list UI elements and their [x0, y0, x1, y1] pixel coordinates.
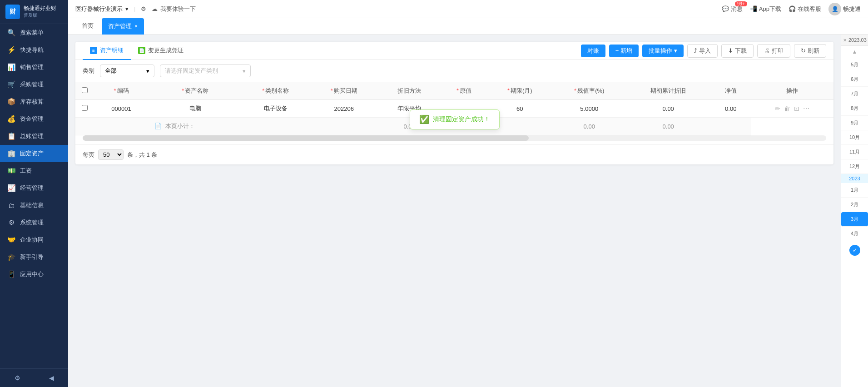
sidebar-item-label: 固定资产 [20, 149, 44, 158]
category-detail-select[interactable]: 请选择固定资产类别 ▾ [160, 64, 251, 77]
experience-btn[interactable]: ☁ 我要体验一下 [152, 5, 196, 13]
messages-icon: 💬 [722, 5, 729, 12]
new-button[interactable]: + 新增 [609, 45, 639, 57]
sidebar-item-basic-info[interactable]: 🗂 基础信息 [0, 197, 68, 214]
sidebar-header: 财 畅捷通好业财 普及版 [0, 0, 68, 24]
main-area: 医疗器械行业演示 ▾ | ⚙ ☁ 我要体验一下 💬 消息 99+ 📲 App下载… [68, 0, 868, 387]
subtotal-initial: 0.00 [552, 118, 626, 135]
calendar-month-12[interactable]: 12月 [841, 159, 868, 174]
category-type-select[interactable]: 全部 ▾ [100, 64, 154, 77]
sidebar-item-guide[interactable]: 🎓 新手引导 [0, 248, 68, 266]
sidebar-item-quick-nav[interactable]: ⚡ 快捷导航 [0, 41, 68, 59]
reconcile-button[interactable]: 对账 [581, 45, 605, 57]
sidebar-item-fixed-assets[interactable]: 🏢 固定资产 [0, 145, 68, 162]
calendar-month-10[interactable]: 10月 [841, 130, 868, 145]
sidebar-item-system[interactable]: ⚙ 系统管理 [0, 214, 68, 231]
tab-close-btn[interactable]: × [134, 23, 138, 30]
sidebar-item-sales[interactable]: 📊 销售管理 [0, 59, 68, 76]
guide-icon: 🎓 [7, 253, 15, 261]
sidebar-item-label: 总账管理 [20, 132, 44, 140]
select-all-header[interactable] [75, 82, 94, 100]
toast-check-icon: ✅ [419, 114, 429, 124]
calendar-month-3-active[interactable]: 3月 [841, 212, 868, 227]
tab-home[interactable]: 首页 [75, 18, 100, 35]
avatar: 👤 [828, 3, 841, 15]
settings-icon-btn[interactable]: ⚙ [141, 5, 146, 12]
sub-tab-voucher[interactable]: 📄 变更生成凭证 [131, 42, 191, 60]
calendar-nav-up[interactable]: ▲ [850, 46, 859, 58]
row-net-value: 0.00 [710, 100, 751, 118]
sidebar-item-inventory[interactable]: 📦 库存核算 [0, 93, 68, 110]
sidebar-item-label: 库存核算 [20, 98, 44, 106]
select-all-checkbox[interactable] [82, 87, 88, 93]
sidebar-item-finance[interactable]: 💰 资金管理 [0, 110, 68, 128]
sidebar-item-payroll[interactable]: 💵 工资 [0, 162, 68, 179]
calendar-close-icon[interactable]: ✕ [843, 38, 847, 43]
calendar-month-9[interactable]: 9月 [841, 116, 868, 130]
print-button[interactable]: 🖨 打印 [757, 44, 790, 58]
user-menu[interactable]: 👤 畅捷通 [828, 3, 861, 15]
col-code: *编码 [94, 82, 149, 100]
assets-table-wrap: ✅ 清理固定资产成功！ *编码 *资产名称 *类别名称 [75, 82, 833, 135]
ops-icon: 📈 [7, 184, 15, 192]
gear-icon: ⚙ [141, 5, 146, 12]
messages-btn[interactable]: 💬 消息 99+ [722, 5, 743, 13]
online-service-btn[interactable]: 🎧 在线客服 [789, 5, 821, 13]
app-download-btn[interactable]: 📲 App下载 [750, 5, 781, 13]
main-card: ≡ 资产明细 📄 变更生成凭证 对账 + 新增 [75, 42, 833, 164]
edit-icon[interactable]: ✏ [775, 105, 780, 112]
calendar-month-5[interactable]: 5月 [841, 58, 868, 72]
sub-tab-detail[interactable]: ≡ 资产明细 [83, 42, 131, 60]
row-actions: ✏ 🗑 ⊡ ⋯ [751, 100, 833, 118]
calendar-month-4[interactable]: 4月 [841, 227, 868, 241]
col-net-value: 净值 [710, 82, 751, 100]
sidebar-item-label: 搜索菜单 [20, 29, 44, 37]
copy-icon[interactable]: ⊡ [794, 105, 799, 112]
company-selector[interactable]: 医疗器械行业演示 ▾ [75, 5, 129, 13]
refresh-button[interactable]: ↻ 刷新 [794, 44, 826, 58]
page-size-select[interactable]: 50 100 200 [98, 149, 124, 160]
calendar-month-7[interactable]: 7月 [841, 87, 868, 101]
sidebar-item-ledger[interactable]: 📋 总账管理 [0, 128, 68, 145]
toast-message: 清理固定资产成功！ [433, 115, 490, 124]
import-button[interactable]: ⤴ 导入 [687, 44, 718, 58]
calendar-confirm-btn[interactable]: ✓ [849, 245, 860, 256]
sidebar-item-search[interactable]: 🔍 搜索菜单 [0, 24, 68, 41]
sidebar-item-ops[interactable]: 📈 经营管理 [0, 179, 68, 197]
service-icon: 🎧 [789, 5, 796, 12]
batch-button[interactable]: 批量操作 ▾ [642, 45, 684, 57]
sidebar-logo-text: 畅捷通好业财 普及版 [24, 5, 56, 19]
download-button[interactable]: ⬇ 下载 [721, 44, 754, 58]
logo-icon: 财 [5, 5, 20, 19]
sidebar-item-label: 资金管理 [20, 115, 44, 123]
collapse-bottom-btn[interactable]: ◀ [45, 372, 58, 383]
sidebar-item-label: 系统管理 [20, 218, 44, 227]
topbar-separator: | [134, 5, 135, 12]
calendar-month-2[interactable]: 2月 [841, 198, 868, 212]
calendar-month-8[interactable]: 8月 [841, 101, 868, 116]
row-checkbox[interactable] [82, 105, 88, 111]
col-category: *类别名称 [242, 82, 310, 100]
table-footer: 每页 50 100 200 条，共 1 条 [75, 144, 833, 164]
sales-icon: 📊 [7, 63, 15, 71]
purchase-icon: 🛒 [7, 80, 15, 89]
settings-bottom-btn[interactable]: ⚙ [11, 372, 24, 383]
user-name: 畅捷通 [843, 5, 861, 13]
sub-tab-voucher-label: 变更生成凭证 [148, 46, 184, 55]
calendar-month-1[interactable]: 1月 [841, 183, 868, 198]
sidebar-item-purchase[interactable]: 🛒 采购管理 [0, 76, 68, 93]
horizontal-scrollbar[interactable] [83, 135, 826, 141]
sidebar-item-enterprise[interactable]: 🤝 企业协同 [0, 231, 68, 248]
tab-asset-management[interactable]: 资产管理 × [102, 18, 144, 35]
row-checkbox-cell[interactable] [75, 100, 94, 118]
delete-icon[interactable]: 🗑 [784, 105, 790, 112]
more-icon[interactable]: ⋯ [803, 105, 809, 112]
topbar: 医疗器械行业演示 ▾ | ⚙ ☁ 我要体验一下 💬 消息 99+ 📲 App下载… [68, 0, 868, 18]
detail-tab-icon: ≡ [90, 47, 97, 54]
calendar-year-marker: 2023 [841, 174, 868, 183]
calendar-month-11[interactable]: 11月 [841, 145, 868, 159]
sidebar-item-app-center[interactable]: 📱 应用中心 [0, 266, 68, 283]
experience-icon: ☁ [152, 5, 158, 12]
row-name: 电脑 [149, 100, 242, 118]
calendar-month-6[interactable]: 6月 [841, 72, 868, 87]
